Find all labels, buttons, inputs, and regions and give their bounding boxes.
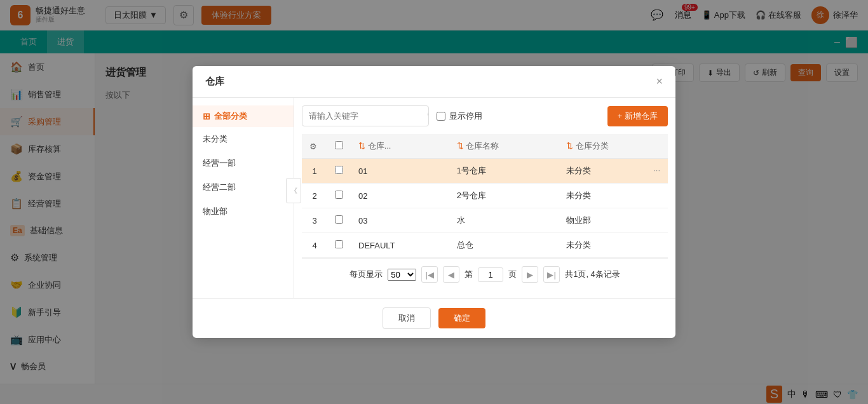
table-area: 🔍 显示停用 + 新增仓库 ⚙ — [294, 98, 675, 298]
warehouse-table: ⚙ ⇅ 仓库... ⇅ 仓库名称 — [302, 134, 668, 258]
show-disabled-label: 显示停用 — [449, 111, 482, 122]
search-box: 🔍 — [302, 105, 429, 126]
row-checkbox[interactable] — [335, 240, 343, 248]
page-unit: 页 — [508, 269, 517, 280]
cancel-button[interactable]: 取消 — [383, 307, 431, 329]
all-categories[interactable]: ⊞ 全部分类 — [193, 105, 294, 127]
row-actions[interactable]: ··· — [653, 165, 660, 175]
row-category: 物业部 — [559, 208, 668, 233]
modal-title: 仓库 — [205, 76, 224, 88]
sort-icon: ⇅ — [566, 141, 573, 151]
cat-item-property[interactable]: 物业部 — [193, 199, 294, 224]
row-index: 1 — [302, 159, 327, 184]
row-code: 02 — [351, 184, 449, 208]
table-row[interactable]: 3 03 水 物业部 — [302, 208, 668, 233]
modal-body: ⊞ 全部分类 未分类 经营一部 经营二部 物业部 《 — [193, 98, 675, 298]
row-code: 01 — [351, 159, 449, 184]
per-page-select[interactable]: 50 20 100 — [388, 269, 416, 281]
page-label: 第 — [465, 269, 473, 280]
row-checkbox[interactable] — [335, 191, 343, 199]
th-category: ⇅ 仓库分类 — [559, 134, 668, 159]
row-index: 3 — [302, 208, 327, 233]
row-code: DEFAULT — [351, 233, 449, 258]
table-row[interactable]: 1 01 1号仓库 未分类 ··· — [302, 159, 668, 184]
next-page-button[interactable]: ▶ — [522, 266, 538, 283]
row-name: 水 — [449, 208, 559, 233]
category-sidebar: ⊞ 全部分类 未分类 经营一部 经营二部 物业部 《 — [193, 98, 294, 298]
row-name: 2号仓库 — [449, 184, 559, 208]
total-info: 共1页, 4条记录 — [565, 269, 620, 280]
show-disabled-checkbox[interactable] — [437, 112, 445, 121]
confirm-button[interactable]: 确定 — [438, 308, 485, 328]
cat-item-none[interactable]: 未分类 — [193, 127, 294, 151]
table-row[interactable]: 2 02 2号仓库 未分类 — [302, 184, 668, 208]
gear-icon: ⚙ — [309, 142, 317, 151]
th-name: ⇅ 仓库名称 — [449, 134, 559, 159]
search-input[interactable] — [302, 107, 422, 125]
row-index: 2 — [302, 184, 327, 208]
row-checkbox[interactable] — [335, 166, 343, 174]
table-row[interactable]: 4 DEFAULT 总仓 未分类 — [302, 233, 668, 258]
chevron-left-icon: 《 — [290, 186, 297, 196]
all-categories-label: 全部分类 — [214, 111, 247, 122]
table-toolbar: 🔍 显示停用 + 新增仓库 — [302, 105, 668, 126]
pagination: 每页显示 50 20 100 |◀ ◀ 第 页 ▶ ▶| 共1页, 4条记录 — [302, 258, 668, 290]
table-body: 1 01 1号仓库 未分类 ··· 2 — [302, 159, 668, 258]
row-category: 未分类 ··· — [559, 159, 668, 184]
per-page-label: 每页显示 — [349, 269, 383, 280]
modal-header: 仓库 × — [193, 66, 675, 98]
row-name: 1号仓库 — [449, 159, 559, 184]
add-warehouse-button[interactable]: + 新增仓库 — [607, 106, 668, 126]
th-gear[interactable]: ⚙ — [302, 134, 327, 159]
collapse-sidebar-button[interactable]: 《 — [286, 178, 301, 203]
prev-page-button[interactable]: ◀ — [443, 266, 459, 283]
first-page-button[interactable]: |◀ — [421, 266, 438, 283]
row-name: 总仓 — [449, 233, 559, 258]
table-header: ⚙ ⇅ 仓库... ⇅ 仓库名称 — [302, 134, 668, 159]
cat-item-operations2[interactable]: 经营二部 — [193, 175, 294, 199]
page-number-input[interactable] — [478, 267, 503, 282]
row-code: 03 — [351, 208, 449, 233]
row-index: 4 — [302, 233, 327, 258]
row-category: 未分类 — [559, 184, 668, 208]
th-code: ⇅ 仓库... — [351, 134, 449, 159]
row-checkbox[interactable] — [335, 215, 343, 224]
show-disabled-area: 显示停用 — [437, 111, 482, 122]
sort-icon: ⇅ — [457, 141, 464, 151]
last-page-button[interactable]: ▶| — [543, 266, 560, 283]
modal-footer: 取消 确定 — [193, 298, 675, 338]
grid-icon: ⊞ — [203, 111, 210, 121]
th-check[interactable] — [327, 134, 351, 159]
sort-icon: ⇅ — [358, 141, 365, 151]
cat-item-operations1[interactable]: 经营一部 — [193, 151, 294, 175]
warehouse-modal: 仓库 × ⊞ 全部分类 未分类 经营一部 经营二部 物业部 《 — [193, 66, 675, 338]
search-icon[interactable]: 🔍 — [422, 106, 429, 126]
select-all-checkbox[interactable] — [335, 141, 343, 149]
row-category: 未分类 — [559, 233, 668, 258]
close-button[interactable]: × — [656, 75, 663, 88]
